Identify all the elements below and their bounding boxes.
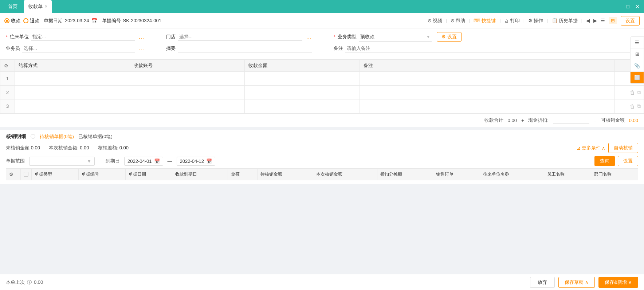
history-button[interactable]: 📋 历史单据 xyxy=(552,17,578,24)
calendar-icon[interactable]: 📅 xyxy=(91,18,98,24)
table-row: 1 🗑 ⧉ xyxy=(0,72,644,86)
row2-amount[interactable] xyxy=(245,86,360,99)
row2-account[interactable] xyxy=(130,86,245,99)
print-button[interactable]: 🖨 打印 xyxy=(504,17,520,24)
right-panel-item-2[interactable]: ⊞ xyxy=(631,48,644,60)
close-button[interactable]: ✕ xyxy=(634,4,641,9)
counterpart-input[interactable] xyxy=(31,33,135,41)
filter-icon: ⊿ xyxy=(577,145,581,151)
save-new-button[interactable]: 保存&新增 ∧ xyxy=(598,277,638,288)
nav-next-icon[interactable]: ▶ xyxy=(593,18,597,23)
draft-caret-icon[interactable]: ∧ xyxy=(585,279,589,285)
tab-active[interactable]: 收款单 × xyxy=(24,0,52,13)
hx-info-icon[interactable]: ⓘ xyxy=(31,133,35,140)
unchecked-label: 未核销金额 xyxy=(6,145,30,150)
nav-prev-icon[interactable]: ◀ xyxy=(586,18,590,23)
row1-amount[interactable] xyxy=(245,72,360,86)
row3-copy-icon[interactable]: ⧉ xyxy=(637,103,641,109)
hx-header: 核销明细 ⓘ 待核销单据(0笔) 已核销单据(0笔) xyxy=(6,133,638,140)
row3-amount[interactable] xyxy=(245,99,360,113)
btm-gear-icon[interactable]: ⚙ xyxy=(9,172,13,177)
video-button[interactable]: ⊙ 视频 xyxy=(428,17,442,24)
bottom-bar: 本单上次 ⓘ 0.00 放弃 保存草稿 ∧ 保存&新增 ∧ xyxy=(0,274,644,290)
row1-settlement[interactable] xyxy=(15,72,130,86)
tab-close-icon[interactable]: × xyxy=(45,4,47,9)
settings-button[interactable]: 设置 xyxy=(621,16,640,26)
row2-remark[interactable] xyxy=(360,86,615,99)
btm-col-staff: 员工名称 xyxy=(544,169,591,180)
pending-tab[interactable]: 待核销单据(0笔) xyxy=(40,133,74,140)
sep2: | xyxy=(469,18,470,23)
btm-settings-button[interactable]: 设置 xyxy=(618,156,638,166)
save-draft-button[interactable]: 保存草稿 ∧ xyxy=(558,277,595,288)
shop-label: 门店 xyxy=(166,34,176,40)
salesman-label: 业务员 xyxy=(6,45,20,52)
col-account-header: 收款账号 xyxy=(130,60,245,72)
due-date-from-value: 2022-04-01 xyxy=(127,158,152,164)
shortcut-icon: ⌨ xyxy=(474,18,480,23)
row2-delete-icon[interactable]: 🗑 xyxy=(630,90,635,95)
row2-copy-icon[interactable]: ⧉ xyxy=(637,89,641,95)
row3-ops: 🗑 ⧉ xyxy=(615,99,644,113)
biz-type-label: 业务类型 xyxy=(338,34,357,40)
shop-input[interactable] xyxy=(178,33,302,41)
row1-remark[interactable] xyxy=(360,72,615,86)
right-panel-item-1[interactable]: ☰ xyxy=(631,37,644,48)
bottom-label: 本单上次 xyxy=(6,279,25,286)
radio-receipt-dot xyxy=(4,18,9,23)
abandon-button[interactable]: 放弃 xyxy=(530,277,555,288)
sep5: | xyxy=(547,18,548,23)
row3-remark[interactable] xyxy=(360,99,615,113)
range-select[interactable]: ▼ xyxy=(29,157,95,166)
more-conditions-link[interactable]: ⊿ 更多条件 ∧ xyxy=(577,145,605,151)
help-icon: ⊙ xyxy=(451,18,455,23)
salesman-more-icon[interactable]: … xyxy=(138,45,144,52)
shortcut-button[interactable]: ⌨ 快捷键 xyxy=(474,17,496,24)
due-date-to[interactable]: 2022-04-12 📅 xyxy=(177,157,216,166)
remark-input[interactable] xyxy=(345,44,638,52)
form-settings-button[interactable]: ⚙ 设置 xyxy=(437,32,462,42)
query-button[interactable]: 查询 xyxy=(594,156,615,166)
due-date-to-value: 2022-04-12 xyxy=(180,158,204,164)
maximize-button[interactable]: □ xyxy=(625,4,631,9)
counterpart-more-icon[interactable]: … xyxy=(138,34,144,40)
row1-account[interactable] xyxy=(130,72,245,86)
salesman-input[interactable] xyxy=(22,44,135,52)
radio-refund[interactable]: 退款 xyxy=(23,17,39,24)
col-remark-header: 备注 xyxy=(360,60,615,72)
biz-type-select[interactable]: 预收款 ▼ xyxy=(359,32,432,42)
minimize-button[interactable]: — xyxy=(614,4,622,9)
right-panel-item-3[interactable]: 📎 xyxy=(631,60,644,72)
bottom-value: 0.00 xyxy=(34,279,43,285)
section-divider xyxy=(0,127,644,130)
col-gear-header: ⚙ xyxy=(0,60,15,72)
discount-input[interactable] xyxy=(553,117,589,124)
gear-icon[interactable]: ⚙ xyxy=(4,63,8,68)
done-tab[interactable]: 已核销单据(0笔) xyxy=(78,133,113,140)
row2-settlement[interactable] xyxy=(15,86,130,99)
row3-delete-icon[interactable]: 🗑 xyxy=(630,103,635,109)
counterpart-required: * xyxy=(6,34,8,40)
table-row: 2 🗑 ⧉ xyxy=(0,86,644,99)
ops-button[interactable]: ⚙ 操作 xyxy=(528,17,543,24)
bottom-info-icon[interactable]: ⓘ xyxy=(27,279,32,286)
range-filter: 单据范围 ▼ xyxy=(6,157,95,166)
shop-more-icon[interactable]: … xyxy=(306,34,312,40)
view-grid-icon[interactable]: ⊞ xyxy=(609,17,617,24)
save-caret-icon[interactable]: ∧ xyxy=(628,279,632,285)
btm-select-all-checkbox[interactable] xyxy=(24,172,28,177)
due-date-from[interactable]: 2022-04-01 📅 xyxy=(124,157,163,166)
row3-account[interactable] xyxy=(130,99,245,113)
view-list-icon[interactable]: ☰ xyxy=(601,18,605,23)
auto-cancel-button[interactable]: 自动核销 xyxy=(608,143,638,153)
summary-input[interactable] xyxy=(178,44,312,52)
row-num-2: 2 xyxy=(0,86,15,99)
tab-home[interactable]: 首页 xyxy=(3,0,23,13)
right-panel-item-4[interactable]: ⬜ xyxy=(631,72,644,83)
due-date-filter: 到期日 2022-04-01 📅 — 2022-04-12 📅 xyxy=(106,157,215,166)
diff-label: 核销差额: xyxy=(98,145,118,150)
row3-settlement[interactable] xyxy=(15,99,130,113)
radio-receipt[interactable]: 收款 xyxy=(4,17,20,24)
hx-filter-row: 单据范围 ▼ 到期日 2022-04-01 📅 — 2022-04-12 📅 查… xyxy=(6,156,638,166)
help-button[interactable]: ⊙ 帮助 xyxy=(451,17,465,24)
